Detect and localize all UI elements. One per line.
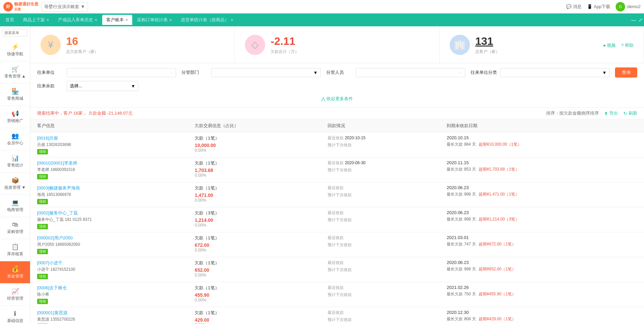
debt-amount[interactable]: 455.90 xyxy=(195,292,314,298)
stat-card-debt-customers: ¥ 16 总欠款客户（家） xyxy=(30,26,235,63)
filter-select-balance[interactable]: 选择... ▼ xyxy=(67,81,138,91)
next-label: 预计下次收款 xyxy=(328,142,433,148)
tabbar: 首页 商品上下架 ✕ 产成品入库单历史 ✕ 客户账本 ✕ 采购订单统计表 ✕ 进… xyxy=(0,13,644,26)
tab-close-products[interactable]: ✕ xyxy=(46,18,49,22)
username: demo2 xyxy=(627,4,641,9)
debt-amount[interactable]: 1,214.00 xyxy=(195,217,314,223)
sidebar-item-retail-mall[interactable]: 🏪零售商城 xyxy=(0,84,30,106)
sidebar-item-member[interactable]: 👥会员中心 xyxy=(0,128,30,150)
query-button[interactable]: 查询 xyxy=(615,67,637,78)
stat-text-debt-total: -2.11 欠款合计（万） xyxy=(271,35,299,55)
sidebar-item-inventory[interactable]: 📋库存核算 xyxy=(0,239,30,261)
overdue-days: 最长欠款 998 天 xyxy=(447,216,476,222)
stat-text-total-customers: 131 总客户（家） xyxy=(475,35,500,55)
filter-row-2: 往来余款 选择... ▼ xyxy=(37,81,637,91)
overdue-days: 最长欠款 808 天 xyxy=(447,316,476,322)
sidebar-item-business[interactable]: 📈经营管理 xyxy=(0,284,30,306)
filter-input-person[interactable]: ··· xyxy=(356,68,465,77)
tab-expand-icon[interactable]: ⤢ xyxy=(639,17,643,23)
customer-name-link[interactable]: [000001]黄思源 xyxy=(37,310,67,315)
export-btn[interactable]: ⬆ 导出 xyxy=(604,110,618,116)
sidebar-item-quick-nav[interactable]: ⚡快捷导航 xyxy=(0,39,30,61)
main-layout: ⚡快捷导航 🛒零售管理 ▲ 🏪零售商城 📢营销推广 👥会员中心 📊零售统计 📦批… xyxy=(0,26,644,324)
overdue-text[interactable]: 超期¥652.00（1笔） xyxy=(479,266,516,272)
expire-date: 2020.12.30 xyxy=(447,310,637,315)
debt-amount[interactable]: 1,471.00 xyxy=(195,193,314,198)
tab-collapse-icon[interactable]: — xyxy=(631,17,636,23)
filter-item-balance: 往来余款 选择... ▼ xyxy=(37,81,138,91)
sidebar-item-marketing[interactable]: 📢营销推广 xyxy=(0,106,30,128)
logo-icon: 好 xyxy=(3,2,13,11)
tab-close-purchase[interactable]: ✕ xyxy=(169,18,172,22)
collapse-button[interactable]: ⋀ 收起更多条件 xyxy=(321,96,353,102)
tab-home[interactable]: 首页 xyxy=(1,15,18,25)
tab-close-warehouse[interactable]: ✕ xyxy=(94,18,97,22)
overdue-text[interactable]: 超期¥672.00（1笔） xyxy=(479,241,516,247)
filter-input-partner[interactable]: ··· xyxy=(67,68,176,77)
store-label: 母婴行业演示账套 xyxy=(44,4,79,10)
customer-name-link[interactable]: [0007]小进干 xyxy=(37,260,62,265)
tab-purchase-stat[interactable]: 采购订单统计表 ✕ xyxy=(133,15,176,25)
debt-amount[interactable]: 1,703.68 xyxy=(195,168,314,173)
filter-select-category[interactable]: ▼ xyxy=(500,68,610,77)
debt-amount[interactable]: 672.00 xyxy=(195,242,314,248)
overdue-text[interactable]: 超期¥429.00（1笔） xyxy=(479,316,516,322)
tab-close-customer[interactable]: ✕ xyxy=(125,18,128,22)
sidebar-search-input[interactable] xyxy=(3,29,27,36)
basic-info-icon: ℹ xyxy=(0,310,30,317)
customer-badge: 现销 xyxy=(37,274,48,279)
sidebar-item-retail-mgmt[interactable]: 🛒零售管理 ▲ xyxy=(0,61,30,84)
sidebar-item-wholesale[interactable]: 📦批发管理 ▼ xyxy=(0,173,30,195)
logo-text: 畅捷通好生意 xyxy=(14,1,38,7)
tab-products[interactable]: 商品上下架 ✕ xyxy=(19,15,53,25)
sort-label[interactable]: 排序：按欠款金额倒序排序 xyxy=(546,110,599,116)
debt-amount[interactable]: 10,000.00 xyxy=(195,143,314,148)
debt-amount[interactable]: 429.00 xyxy=(195,317,314,323)
expire-date: 2020.06.23 xyxy=(447,210,637,215)
debt-count: 欠款（1笔） xyxy=(195,185,314,191)
debt-count: 欠款（1笔） xyxy=(195,285,314,291)
sidebar-item-basic-info[interactable]: ℹ基础信息 xyxy=(0,306,30,324)
message-btn[interactable]: 💬 消息 xyxy=(566,4,582,10)
customer-name-link[interactable]: [0001020001]李老师 xyxy=(37,160,77,166)
th-debt: 欠款交易信息（占比） xyxy=(188,119,320,132)
tab-warehouse[interactable]: 产成品入库单历史 ✕ xyxy=(54,15,102,25)
customer-name-link[interactable]: [0006]去下粮仓 xyxy=(37,285,67,290)
user-area[interactable]: D demo2 xyxy=(616,2,641,11)
table-row: [000001]黄思源 黄思源 13552700226 现销 欠款（1笔） 42… xyxy=(30,307,644,324)
stat-text-debt-customers: 16 总欠款客户（家） xyxy=(66,35,99,55)
result-info: 搜索结果中，客户 16家， 欠款金额 -21,148.07元 xyxy=(37,110,133,116)
video-link[interactable]: ● 视频 xyxy=(603,42,616,49)
debt-amount[interactable]: 652.00 xyxy=(195,267,314,273)
nav-hint: 示意 xyxy=(14,7,38,12)
help-link[interactable]: ? 帮助 xyxy=(621,42,634,49)
sidebar-item-retail-stat[interactable]: 📊零售统计 xyxy=(0,150,30,173)
sidebar-item-ecommerce[interactable]: 💻电商管理 xyxy=(0,195,30,217)
overdue-text[interactable]: 超期¥1,214.00（3笔） xyxy=(479,216,519,222)
customer-phone: 黄思源 13552700226 xyxy=(37,317,181,322)
tab-close-goods[interactable]: ✕ xyxy=(230,18,233,22)
customer-name-link[interactable]: [0016]吕俊 xyxy=(37,136,58,141)
refresh-btn[interactable]: ↻ 刷新 xyxy=(623,110,637,116)
content-area: ¥ 16 总欠款客户（家） ◇ -2.11 欠款合计（万） 🏢 131 总客户（… xyxy=(30,26,644,324)
retail-mall-icon: 🏪 xyxy=(0,88,30,95)
filter-select-dept[interactable]: ▼ xyxy=(211,68,320,77)
sidebar-item-purchase[interactable]: 🛍采购管理 xyxy=(0,217,30,239)
table-row: [0003]畅捷服务尹海燕 海燕 18513066976 现销 欠款（1笔） 1… xyxy=(30,182,644,207)
overdue-text[interactable]: 超期¥10,000.00（1笔） xyxy=(479,142,522,147)
customer-name-link[interactable]: [000002]用户2050 xyxy=(37,235,73,240)
customer-name-link[interactable]: [0002]服务中心_丁磊 xyxy=(37,210,78,215)
recent-label: 最近收款 xyxy=(328,210,344,215)
customer-badge: 现销 xyxy=(37,249,48,254)
overdue-text[interactable]: 超期¥455.90（1笔） xyxy=(479,291,516,297)
tab-customer-account[interactable]: 客户账本 ✕ xyxy=(102,15,132,25)
customer-name-link[interactable]: [0003]畅捷服务尹海燕 xyxy=(37,185,80,190)
store-selector[interactable]: 母婴行业演示账套 ▼ xyxy=(41,2,88,11)
expire-date: 2021.03.01 xyxy=(447,235,637,240)
overdue-text[interactable]: 超期¥1,703.68（1笔） xyxy=(479,167,519,172)
expire-date: 2021.02.26 xyxy=(447,285,637,290)
tab-goods-stat[interactable]: 进货单统计表（按商品） ✕ xyxy=(177,15,237,25)
sidebar-item-finance[interactable]: 💰资金管理 xyxy=(0,261,30,284)
app-download-btn[interactable]: 📱 App下载 xyxy=(587,4,610,10)
overdue-text[interactable]: 超期¥1,471.00（1笔） xyxy=(479,192,519,197)
